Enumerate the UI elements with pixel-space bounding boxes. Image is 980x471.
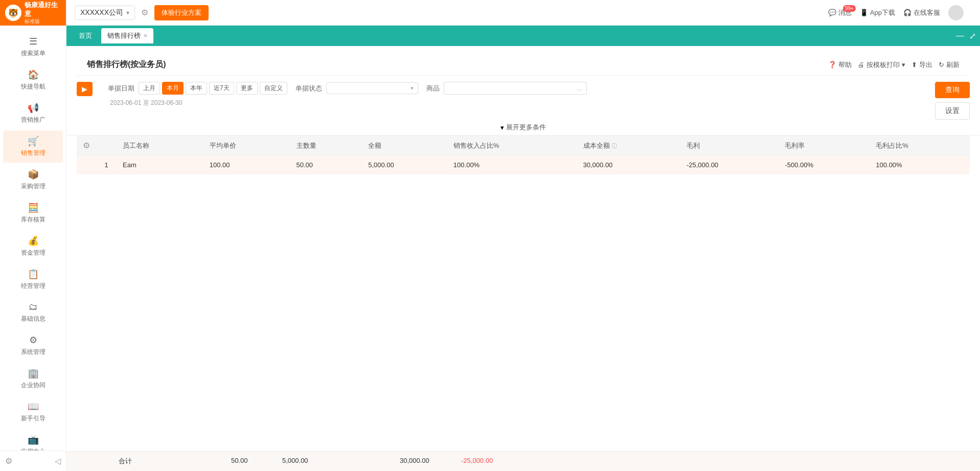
status-select-arrow: ▾ [411, 85, 414, 92]
th-sales-ratio: 销售收入占比% [447, 136, 577, 156]
tab-maximize-icon[interactable]: ⤢ [969, 31, 976, 41]
sidebar: 🐯 畅康通好生意 标准版 ☰ 搜索菜单 🏠 快捷导航 📢 营销推广 🛒 销售管理… [0, 0, 66, 471]
goods-input[interactable]: ... [444, 82, 587, 95]
tab-label: 销售排行榜 [107, 31, 141, 40]
basic-info-icon: 🗂 [29, 302, 38, 312]
search-order-label: 搜索菜单 [21, 49, 45, 58]
company-name: XXXXXX公司 [80, 8, 123, 17]
search-order-icon: ☰ [29, 36, 37, 47]
sidebar-item-sales[interactable]: 🛒 销售管理 [3, 130, 63, 163]
guide-icon: 📖 [28, 401, 39, 412]
query-actions: 查询 设置 [935, 82, 970, 120]
th-employee-name: 员工名称 [117, 136, 203, 156]
th-gross-profit: 毛利 [680, 136, 779, 156]
table-row: 1 Eam 100.00 50.00 5,000.00 100.00% 30,0… [77, 156, 970, 174]
marketing-label: 营销推广 [21, 116, 45, 124]
sidebar-item-app-center[interactable]: 📺 应用中心 [3, 429, 63, 451]
page-header: 销售排行榜(按业务员) ❓ 帮助 🖨 按模板打印 ▾ ⬆ 导出 [77, 52, 970, 76]
page-actions: ❓ 帮助 🖨 按模板打印 ▾ ⬆ 导出 ↻ 刷新 [828, 60, 960, 75]
footer-label: 合计 [119, 457, 180, 466]
goods-filter-group: 商品 ... [426, 82, 587, 95]
refresh-button[interactable]: ↻ 刷新 [939, 60, 960, 70]
purchase-label: 采购管理 [21, 182, 45, 191]
table-footer: 合计 50.00 5,000.00 30,000.00 -25,000.00 [66, 451, 980, 471]
app-download-icon: 📱 [860, 9, 868, 16]
notification-badge: 99+ [843, 5, 856, 12]
goods-filter-label: 商品 [426, 84, 440, 93]
sidebar-item-system[interactable]: ⚙ 系统管理 [3, 329, 63, 362]
expand-icon: ▾ [500, 124, 504, 131]
filter-collapse-button[interactable]: ▶ [77, 82, 93, 96]
marketing-icon: 📢 [28, 102, 39, 114]
system-label: 系统管理 [21, 348, 45, 356]
sidebar-item-operations[interactable]: 📋 经营管理 [3, 263, 63, 296]
date-btn-this-month[interactable]: 本月 [162, 82, 184, 95]
td-sales-ratio: 100.00% [447, 156, 577, 174]
app-center-icon: 📺 [28, 434, 39, 445]
tab-sales-ranking[interactable]: 销售排行榜 × [101, 28, 153, 43]
status-filter-label: 单据状态 [295, 84, 322, 93]
refresh-label: 刷新 [946, 60, 960, 70]
sales-icon: 🛒 [28, 136, 39, 147]
tab-home[interactable]: 首页 [71, 28, 100, 43]
template-print-button[interactable]: 🖨 按模板打印 ▾ [858, 60, 905, 70]
sidebar-item-quick-nav[interactable]: 🏠 快捷导航 [3, 64, 63, 96]
export-button[interactable]: ⬆ 导出 [911, 60, 932, 70]
td-amount: 5,000.00 [362, 156, 447, 174]
status-select[interactable]: ▾ [326, 82, 418, 94]
date-btn-custom[interactable]: 自定义 [260, 82, 287, 95]
date-btn-7days[interactable]: 近7天 [209, 82, 234, 95]
online-service-label: 在线客服 [914, 8, 940, 17]
th-gross-rate: 毛利率 [779, 136, 870, 156]
online-service-button[interactable]: 🎧 在线客服 [903, 8, 940, 17]
notification-button[interactable]: 💬 消息 99+ [828, 8, 852, 17]
td-cost-amount: 30,000.00 [577, 156, 680, 174]
headset-icon: 🎧 [903, 9, 911, 16]
sidebar-item-purchase[interactable]: 📦 采购管理 [3, 164, 63, 196]
sidebar-collapse-icon[interactable]: ◁ [55, 456, 61, 466]
footer-amount: 5,000.00 [282, 457, 338, 466]
sidebar-item-finance[interactable]: 💰 资金管理 [3, 230, 63, 262]
goods-input-more[interactable]: ... [577, 84, 582, 92]
footer-quantity: 50.00 [231, 457, 282, 466]
app-download-button[interactable]: 📱 App下载 [860, 8, 895, 17]
export-label: 导出 [919, 60, 932, 70]
sidebar-settings-icon[interactable]: ⚙ [5, 456, 12, 466]
topbar: XXXXXX公司 ▾ ⚙ 体验行业方案 💬 消息 99+ 📱 App下载 🎧 在… [66, 0, 980, 26]
query-button[interactable]: 查询 [935, 82, 970, 98]
th-avg-price: 平均单价 [203, 136, 290, 156]
company-selector[interactable]: XXXXXX公司 ▾ [75, 6, 135, 20]
sidebar-item-marketing[interactable]: 📢 营销推广 [3, 97, 63, 129]
td-quantity: 50.00 [290, 156, 362, 174]
sidebar-nav: ☰ 搜索菜单 🏠 快捷导航 📢 营销推广 🛒 销售管理 📦 采购管理 🧮 库存核… [0, 26, 66, 451]
settings-button[interactable]: 设置 [935, 102, 970, 120]
th-cost-amount: 成本全额 ⓘ [577, 136, 680, 156]
inventory-icon: 🧮 [28, 202, 39, 213]
user-avatar[interactable] [948, 5, 964, 20]
cost-info-icon[interactable]: ⓘ [611, 143, 617, 149]
sidebar-item-inventory[interactable]: 🧮 库存核算 [3, 197, 63, 229]
status-filter-group: 单据状态 ▾ [295, 82, 418, 94]
sidebar-item-basic-info[interactable]: 🗂 基础信息 [3, 297, 63, 328]
sidebar-item-search-order[interactable]: ☰ 搜索菜单 [3, 31, 63, 63]
date-btn-last-month[interactable]: 上月 [139, 82, 160, 95]
footer-sales-ratio [338, 457, 400, 466]
brand-text: 畅康通好生意 标准版 [25, 1, 61, 25]
trial-button[interactable]: 体验行业方案 [154, 5, 209, 20]
date-btn-more[interactable]: 更多 [236, 82, 258, 95]
topbar-settings-icon[interactable]: ⚙ [141, 8, 148, 17]
sidebar-item-guide[interactable]: 📖 新手引导 [3, 396, 63, 428]
expand-label[interactable]: 展开更多条件 [506, 123, 546, 132]
footer-gross-rate [522, 457, 574, 466]
sidebar-item-enterprise[interactable]: 🏢 企业协同 [3, 363, 63, 395]
tab-close-icon[interactable]: × [144, 32, 147, 39]
th-settings: ⚙ [77, 136, 96, 156]
help-button[interactable]: ❓ 帮助 [828, 60, 852, 70]
brand-title: 畅康通好生意 [25, 1, 61, 18]
enterprise-label: 企业协同 [21, 381, 45, 390]
print-icon: 🖨 [858, 61, 864, 69]
brand-icon: 🐯 [5, 5, 21, 21]
tab-minimize-icon[interactable]: — [956, 31, 964, 41]
table-gear-icon[interactable]: ⚙ [83, 141, 90, 150]
date-btn-this-year[interactable]: 本年 [186, 82, 207, 95]
